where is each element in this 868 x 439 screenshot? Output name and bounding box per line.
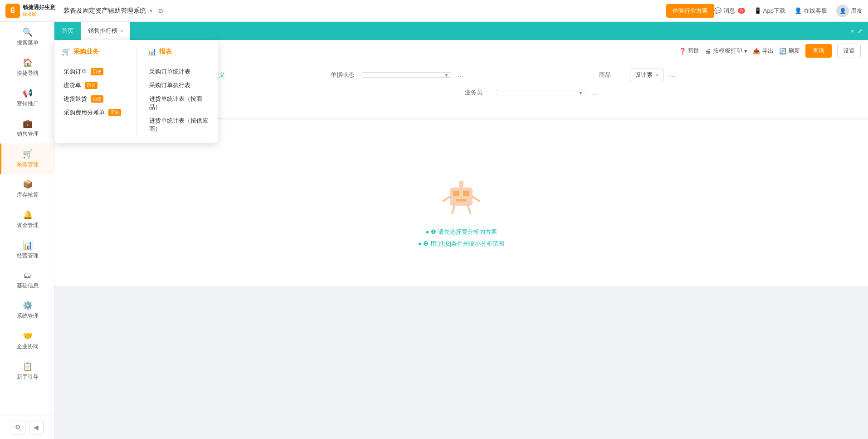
svg-line-6 <box>473 197 479 201</box>
sidebar-item-system[interactable]: ⚙️ 系统管理 <box>0 295 54 326</box>
app-download-button[interactable]: 📱 App下载 <box>754 7 785 15</box>
sidebar-item-basic[interactable]: 🗂 基础信息 <box>0 265 54 295</box>
sidebar-item-purchase[interactable]: 🛒 采购管理 <box>0 143 54 174</box>
sidebar-icon-basic: 🗂 <box>24 271 32 280</box>
online-service-button[interactable]: 👤 在线客服 <box>795 7 827 15</box>
sales-select[interactable] <box>496 90 586 95</box>
status-ellipsis[interactable]: ... <box>456 71 465 79</box>
goods-ellipsis[interactable]: ... <box>668 71 677 79</box>
empty-illustration <box>439 172 484 217</box>
goods-tag-value: 设计素 <box>635 71 653 79</box>
message-icon: 💬 <box>714 7 722 14</box>
sidebar-label-quick: 快捷导航 <box>17 69 39 77</box>
sidebar-bottom: ⚙ ◀ <box>0 415 54 439</box>
tab-sales-rank-close[interactable]: × <box>120 28 123 34</box>
history-badge: 历史 <box>108 109 121 116</box>
sidebar-item-coop[interactable]: 🤝 企业协同 <box>0 326 54 356</box>
industry-button[interactable]: 体验行业方案 <box>666 4 714 18</box>
svg-line-7 <box>452 206 454 213</box>
sidebar-label-operation: 经营管理 <box>17 252 39 260</box>
empty-circle-2: ● <box>418 240 422 247</box>
purchase-menu-item-1[interactable]: 进货单历史 <box>62 79 125 92</box>
logo-icon: 6 <box>5 4 20 18</box>
export-button[interactable]: 📤 导出 <box>753 47 774 55</box>
tab-close-all-icon[interactable]: × <box>850 28 854 35</box>
sidebar-label-coop: 企业协同 <box>17 343 39 350</box>
sidebar-item-quick[interactable]: 🏠 快捷导航 <box>0 52 54 83</box>
service-icon: 👤 <box>795 7 802 14</box>
empty-state: ● ❶ 请先选择要分析的方案 ● ❷ 用[过滤]条件来缩小分析范围 <box>54 135 868 286</box>
purchase-report-title: 📊 报表 <box>147 47 211 59</box>
tab-home-label: 首页 <box>62 27 73 35</box>
query-button[interactable]: 查询 <box>805 44 832 58</box>
print-button[interactable]: 🖨 按模板打印 ▾ <box>705 47 747 55</box>
message-badge: 9 <box>738 8 745 14</box>
sidebar-item-sales[interactable]: 💼 销售管理 <box>0 113 54 143</box>
purchase-col-icon: 🛒 <box>62 47 71 56</box>
empty-text-2: ● ❷ 用[过滤]条件来缩小分析范围 <box>418 240 504 248</box>
sidebar-label-marketing: 营销推广 <box>17 100 39 108</box>
sidebar-settings-button[interactable]: ⚙ <box>11 420 25 434</box>
sidebar-label-basic: 基础信息 <box>17 282 39 290</box>
sidebar-item-inventory[interactable]: 📦 库存核算 <box>0 174 54 204</box>
report-col-icon: 📊 <box>147 47 156 56</box>
tab-expand-icon[interactable]: ⤢ <box>858 28 863 35</box>
sidebar-icon-finance: 🔔 <box>23 210 33 220</box>
purchase-dropdown-menu: 🛒 采购业务 采购订单历史进货单历史进货退货历史采购费用分摊单历史 📊 报表 采… <box>54 40 218 143</box>
report-menu-item-2[interactable]: 进货单统计表（按商品） <box>147 92 211 114</box>
goods-tag[interactable]: 设计素 × <box>630 69 664 81</box>
refresh-button[interactable]: 🔄 刷新 <box>779 47 800 55</box>
tab-bar-actions: × ⤢ <box>850 28 868 35</box>
logo-area: 6 畅捷通好生意 标准版 <box>5 4 60 18</box>
tab-home[interactable]: 首页 <box>54 22 81 40</box>
report-menu-item-3[interactable]: 进货单统计表（按供应商） <box>147 114 211 136</box>
message-button[interactable]: 💬 消息 9 <box>714 7 745 15</box>
sidebar-item-search[interactable]: 🔍 搜索菜单 <box>0 22 54 52</box>
goods-filter-group: 商品 设计素 × ... <box>599 69 861 81</box>
sidebar: 🔍 搜索菜单 🏠 快捷导航 📢 营销推广 💼 销售管理 🛒 采购管理 📦 库存核… <box>0 22 54 439</box>
tab-sales-rank[interactable]: 销售排行榜 × <box>81 22 130 40</box>
sidebar-icon-system: ⚙️ <box>23 301 33 311</box>
sidebar-item-marketing[interactable]: 📢 营销推广 <box>0 83 54 113</box>
sidebar-icon-search: 🔍 <box>23 27 33 37</box>
report-menu-item-0[interactable]: 采购订单统计表 <box>147 65 211 79</box>
help-button[interactable]: ❓ 帮助 <box>679 47 700 55</box>
sidebar-item-operation[interactable]: 📊 经营管理 <box>0 235 54 265</box>
history-badge: 历史 <box>91 95 103 103</box>
sales-label: 业务员 <box>465 89 492 97</box>
purchase-menu-item-0[interactable]: 采购订单历史 <box>62 65 125 79</box>
print-icon: 🖨 <box>705 48 711 54</box>
settings-gear-icon[interactable]: ⚙ <box>158 7 164 15</box>
header-right: 💬 消息 9 📱 App下载 👤 在线客服 👤 用友 <box>714 5 863 17</box>
sidebar-icon-operation: 📊 <box>23 240 33 250</box>
purchase-menu-item-3[interactable]: 采购费用分摊单历史 <box>62 106 125 119</box>
menu-item-label: 进货退货 <box>63 95 87 103</box>
settings-button[interactable]: 设置 <box>837 44 861 58</box>
menu-item-label: 进货单 <box>63 81 81 89</box>
purchase-business-column: 🛒 采购业务 采购订单历史进货单历史进货退货历史采购费用分摊单历史 <box>62 47 125 136</box>
svg-rect-0 <box>450 187 473 206</box>
sales-filter-group: 业务员 ... <box>465 89 861 97</box>
help-icon: ❓ <box>679 48 686 54</box>
sidebar-item-finance[interactable]: 🔔 资金管理 <box>0 204 54 235</box>
top-header: 6 畅捷通好生意 标准版 装备及固定资产辅助管理系统 ▾ ⚙ 体验行业方案 💬 … <box>0 0 868 22</box>
sidebar-icon-marketing: 📢 <box>23 88 33 98</box>
goods-label: 商品 <box>599 71 626 79</box>
empty-text-1: ● ❶ 请先选择要分析的方案 <box>425 228 497 236</box>
svg-rect-1 <box>453 191 459 196</box>
report-menu-item-1[interactable]: 采购订单执行表 <box>147 79 211 92</box>
status-select[interactable] <box>361 72 452 78</box>
system-title-arrow[interactable]: ▾ <box>150 8 152 14</box>
sidebar-item-guide[interactable]: 📋 新手引导 <box>0 356 54 386</box>
user-button[interactable]: 👤 用友 <box>836 5 863 17</box>
purchase-menu-item-2[interactable]: 进货退货历史 <box>62 92 125 106</box>
goods-tag-remove[interactable]: × <box>655 72 659 79</box>
svg-line-8 <box>468 206 470 213</box>
sidebar-collapse-button[interactable]: ◀ <box>29 420 44 434</box>
status-label: 单据状态 <box>331 71 358 79</box>
tab-bar: 首页 销售排行榜 × × ⤢ <box>54 22 868 40</box>
purchase-report-column: 📊 报表 采购订单统计表采购订单执行表进货单统计表（按商品）进货单统计表（按供应… <box>147 47 211 136</box>
refresh-icon: 🔄 <box>779 48 786 54</box>
report-item-label: 采购订单执行表 <box>149 81 190 89</box>
sales-ellipsis[interactable]: ... <box>590 89 600 97</box>
